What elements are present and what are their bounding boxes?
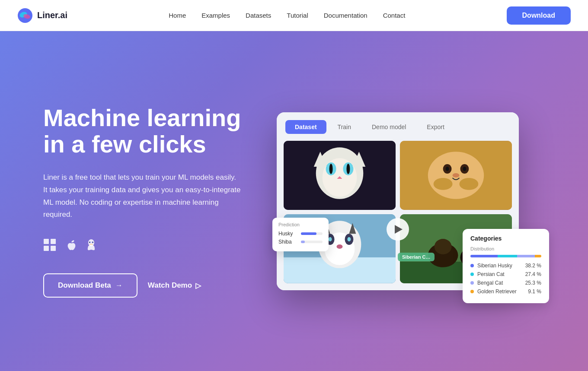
prediction-title: Prediction (278, 222, 323, 227)
hero-description: Liner is a free tool that lets you train… (43, 171, 242, 222)
prediction-row-shiba: Shiba (278, 239, 323, 245)
categories-title: Categories (470, 235, 541, 242)
play-icon: ▷ (195, 281, 201, 290)
nav-examples[interactable]: Examples (201, 12, 230, 19)
logo-link[interactable]: Liner.ai (17, 8, 67, 23)
dog-illustration (400, 141, 512, 210)
tab-train[interactable]: Train (328, 120, 361, 134)
nav-datasets[interactable]: Datasets (246, 12, 271, 19)
svg-point-29 (446, 167, 449, 171)
prediction-bar-shiba (301, 241, 305, 243)
nav-download-button[interactable]: Download (507, 6, 571, 25)
bar-segment-bengal (517, 255, 535, 257)
image-card-dog: ✕ Golden Retriever ▾ (400, 141, 512, 210)
logo-text: Liner.ai (37, 10, 67, 20)
svg-point-39 (347, 237, 351, 241)
categories-card: Categories Distribution Siberian Husky 3… (463, 229, 549, 303)
tab-export[interactable]: Export (417, 120, 454, 134)
svg-rect-6 (51, 246, 56, 251)
nav-contact[interactable]: Contact (383, 12, 406, 19)
svg-point-18 (329, 164, 333, 174)
cat-illustration (284, 141, 396, 210)
siberian-bubble: Siberian C… (398, 253, 435, 261)
logo-icon (17, 8, 33, 23)
cat-dot-bengal (470, 281, 474, 285)
svg-point-31 (453, 173, 460, 178)
nav-home[interactable]: Home (169, 12, 186, 19)
image-card-cat: ✕ Persian Cat ▾ (284, 141, 396, 210)
prediction-bar-husky-wrap (301, 232, 323, 235)
prediction-card: Prediction Husky Shiba (272, 218, 329, 251)
app-mockup-container: Dataset Train Demo model Export ✕ Persia… (242, 112, 553, 290)
app-tabs: Dataset Train Demo model Export (277, 112, 519, 134)
hero-cta: Download Beta → Watch Demo ▷ (43, 273, 242, 298)
windows-icon (43, 238, 56, 254)
cat-row-golden: Golden Retriever 9.1 % (470, 289, 541, 295)
download-beta-button[interactable]: Download Beta → (43, 273, 137, 298)
svg-point-12 (93, 242, 93, 243)
cat-dot-golden (470, 290, 474, 293)
apple-icon (65, 238, 77, 254)
svg-point-40 (337, 244, 343, 249)
play-button[interactable] (387, 218, 409, 241)
cat-dot-husky (470, 264, 474, 267)
bar-segment-husky (470, 255, 498, 257)
tab-demo-model[interactable]: Demo model (362, 120, 415, 134)
os-icons (43, 238, 242, 254)
play-triangle-icon (395, 225, 403, 234)
hero-section: Machine learning in a few clicks Liner i… (0, 31, 588, 371)
svg-point-19 (346, 164, 350, 174)
navbar: Liner.ai Home Examples Datasets Tutorial… (0, 0, 588, 31)
svg-rect-4 (51, 239, 56, 244)
hero-title: Machine learning in a few clicks (43, 105, 242, 158)
svg-point-26 (459, 178, 478, 190)
svg-point-38 (329, 237, 332, 241)
nav-documentation[interactable]: Documentation (324, 12, 368, 19)
svg-point-25 (434, 178, 453, 190)
bar-segment-persian (498, 255, 517, 257)
cat-row-husky: Siberian Husky 38.2 % (470, 263, 541, 269)
prediction-bar-shiba-wrap (301, 241, 323, 243)
tab-dataset[interactable]: Dataset (285, 120, 326, 134)
watch-demo-button[interactable]: Watch Demo ▷ (148, 281, 201, 290)
bar-segment-golden (535, 255, 541, 257)
cat-row-persian: Persian Cat 27.4 % (470, 271, 541, 277)
cat-dot-persian (470, 273, 474, 276)
app-mockup: Dataset Train Demo model Export ✕ Persia… (277, 112, 519, 290)
prediction-bar-husky (301, 232, 316, 235)
categories-subtitle: Distribution (470, 246, 541, 251)
categories-distribution-bar (470, 255, 541, 257)
arrow-right-icon: → (115, 281, 123, 290)
svg-point-30 (463, 167, 466, 171)
svg-point-11 (89, 242, 90, 243)
svg-rect-5 (44, 246, 49, 251)
svg-rect-3 (44, 239, 49, 244)
hero-left: Machine learning in a few clicks Liner i… (43, 105, 242, 298)
nav-links: Home Examples Datasets Tutorial Document… (169, 12, 405, 19)
nav-tutorial[interactable]: Tutorial (287, 12, 308, 19)
svg-point-50 (435, 239, 452, 254)
cat-row-bengal: Bengal Cat 25.3 % (470, 280, 541, 286)
linux-icon (86, 238, 97, 254)
prediction-row-husky: Husky (278, 231, 323, 237)
